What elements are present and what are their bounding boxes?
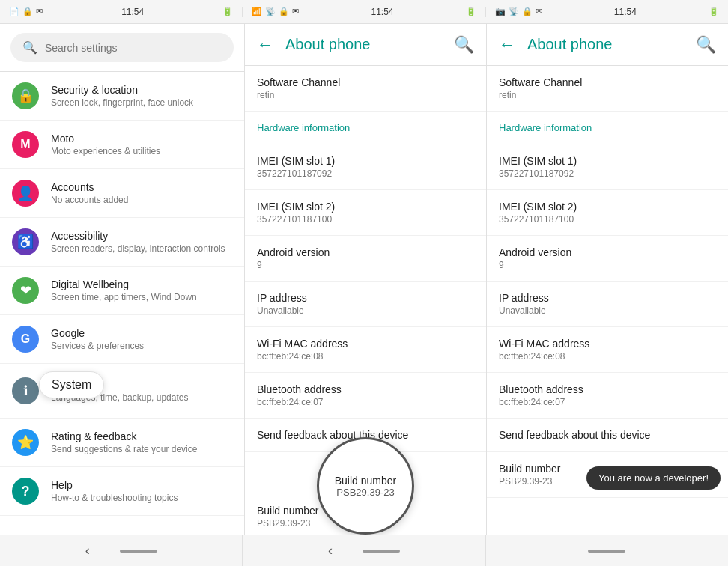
rating-text: Rating & feedback Send suggestions & rat…: [51, 430, 232, 454]
battery-icon-right: 🔋: [709, 7, 719, 16]
rating-title: Rating & feedback: [51, 430, 232, 442]
security-title: Security & location: [51, 84, 232, 96]
about-item-imei2[interactable]: IMEI (SIM slot 2) 357227101187100: [245, 190, 486, 236]
settings-list: 🔒 Security & location Screen lock, finge…: [0, 72, 244, 535]
search-input[interactable]: [45, 42, 222, 54]
accessibility-title: Accessibility: [51, 230, 232, 242]
accounts-title: Accounts: [51, 181, 232, 193]
main-content: 🔍 🔒 Security & location Screen lock, fin…: [0, 24, 728, 535]
status-bar: 📄 🔒 ✉ 11:54 🔋 📶 📡 🔒 ✉ 11:54 🔋 📷 📡 🔒 ✉ 11…: [0, 0, 728, 24]
about-item-android-version-r[interactable]: Android version 9: [487, 236, 728, 282]
about-item-bluetooth[interactable]: Bluetooth address bc:ff:eb:24:ce:07: [245, 373, 486, 419]
search-input-wrapper[interactable]: 🔍: [10, 33, 234, 62]
about-item-ip[interactable]: IP address Unavailable: [245, 282, 486, 327]
about-item-android-version[interactable]: Android version 9: [245, 236, 486, 282]
sidebar-item-accessibility[interactable]: ♿ Accessibility Screen readers, display,…: [0, 218, 244, 267]
about-item-imei1[interactable]: IMEI (SIM slot 1) 357227101187092: [245, 144, 486, 190]
google-text: Google Services & preferences: [51, 327, 232, 351]
system-bubble: System: [39, 371, 104, 398]
sidebar-item-system[interactable]: System ℹ System Languages, time, backup,…: [0, 364, 244, 419]
digital-wellbeing-subtitle: Screen time, app timers, Wind Down: [51, 292, 232, 302]
google-title: Google: [51, 327, 232, 339]
sidebar-item-help[interactable]: ? Help How-to & troubleshooting topics: [0, 467, 244, 516]
status-bar-right: 📷 📡 🔒 ✉ 11:54 🔋: [486, 7, 728, 17]
settings-panel: 🔍 🔒 Security & location Screen lock, fin…: [0, 24, 245, 535]
accessibility-text: Accessibility Screen readers, display, i…: [51, 230, 232, 254]
search-button-right[interactable]: 🔍: [696, 35, 716, 55]
about-panel-right: ← About phone 🔍 Software Channel retin H…: [487, 24, 728, 535]
lock-icon-r: 🔒: [522, 7, 533, 16]
system-icon: ℹ: [12, 377, 39, 404]
about-item-wifi[interactable]: Wi-Fi MAC address bc:ff:eb:24:ce:08: [245, 327, 486, 373]
nav-back-left[interactable]: ‹: [85, 543, 90, 559]
about-item-software-channel-r[interactable]: Software Channel retin: [487, 66, 728, 112]
accounts-text: Accounts No accounts added: [51, 181, 232, 205]
about-title-right: About phone: [527, 36, 684, 53]
about-item-feedback-r[interactable]: Send feedback about this device: [487, 419, 728, 452]
back-button-right[interactable]: ←: [499, 35, 515, 55]
file-icon: 📄: [9, 7, 19, 16]
nav-pill-left: [120, 550, 157, 553]
sidebar-item-rating[interactable]: ⭐ Rating & feedback Send suggestions & r…: [0, 419, 244, 467]
sidebar-item-moto[interactable]: M Moto Moto experiences & utilities: [0, 121, 244, 169]
status-icons-left: 📄 🔒 ✉: [9, 7, 43, 16]
nav-back-middle[interactable]: ‹: [328, 543, 333, 559]
status-time-left: 11:54: [121, 7, 144, 17]
status-icons-right: 📷 📡 🔒 ✉: [495, 7, 542, 16]
help-text: Help How-to & troubleshooting topics: [51, 479, 232, 503]
moto-text: Moto Moto experiences & utilities: [51, 133, 232, 156]
nav-bar: ‹ ‹: [0, 535, 728, 566]
camera-icon: 📷: [495, 7, 506, 16]
about-header-right: ← About phone 🔍: [487, 24, 728, 66]
accessibility-subtitle: Screen readers, display, interaction con…: [51, 243, 232, 254]
accounts-icon: 👤: [12, 180, 39, 207]
sidebar-item-google[interactable]: G Google Services & preferences: [0, 315, 244, 364]
about-item-imei2-r[interactable]: IMEI (SIM slot 2) 357227101187100: [487, 190, 728, 236]
battery-icon-left: 🔋: [222, 7, 233, 16]
status-bar-left: 📄 🔒 ✉ 11:54 🔋: [0, 7, 243, 17]
digital-wellbeing-icon: ❤: [12, 277, 39, 304]
about-item-imei1-r[interactable]: IMEI (SIM slot 1) 357227101187092: [487, 144, 728, 190]
about-list-right: Software Channel retin Hardware informat…: [487, 66, 728, 535]
nav-pill-middle: [363, 550, 400, 553]
about-title-middle: About phone: [285, 36, 442, 53]
about-item-hardware-info: Hardware information: [245, 112, 486, 144]
data-icon-r: 📡: [509, 7, 519, 16]
status-time-right: 11:54: [614, 7, 637, 17]
sidebar-item-security[interactable]: 🔒 Security & location Screen lock, finge…: [0, 72, 244, 121]
about-item-build[interactable]: Build number PSB29.39-23 Build number PS…: [245, 452, 486, 535]
help-subtitle: How-to & troubleshooting topics: [51, 493, 232, 503]
about-item-ip-r[interactable]: IP address Unavailable: [487, 282, 728, 327]
accessibility-icon: ♿: [12, 228, 39, 255]
sidebar-item-accounts[interactable]: 👤 Accounts No accounts added: [0, 169, 244, 218]
about-item-bluetooth-r[interactable]: Bluetooth address bc:ff:eb:24:ce:07: [487, 373, 728, 419]
nav-section-right: [486, 535, 728, 566]
help-title: Help: [51, 479, 232, 491]
digital-wellbeing-title: Digital Wellbeing: [51, 279, 232, 290]
lock-icon-m: 🔒: [279, 7, 289, 16]
about-item-wifi-r[interactable]: Wi-Fi MAC address bc:ff:eb:24:ce:08: [487, 327, 728, 373]
battery-icon-middle: 🔋: [466, 7, 476, 16]
about-item-software-channel[interactable]: Software Channel retin: [245, 66, 486, 112]
digital-wellbeing-text: Digital Wellbeing Screen time, app timer…: [51, 279, 232, 302]
status-time-middle: 11:54: [371, 7, 393, 17]
message-icon: ✉: [36, 7, 43, 16]
status-icons-middle: 📶 📡 🔒 ✉: [252, 7, 299, 16]
google-icon: G: [12, 326, 39, 353]
accounts-subtitle: No accounts added: [51, 195, 232, 205]
search-bar-container: 🔍: [0, 24, 244, 72]
about-header-middle: ← About phone 🔍: [245, 24, 486, 66]
toast-notification: You are now a developer!: [586, 466, 721, 490]
search-button-middle[interactable]: 🔍: [454, 35, 474, 55]
back-button-middle[interactable]: ←: [257, 35, 273, 55]
sidebar-item-digital-wellbeing[interactable]: ❤ Digital Wellbeing Screen time, app tim…: [0, 267, 244, 315]
about-list-middle: Software Channel retin Hardware informat…: [245, 66, 486, 535]
about-panel-middle: ← About phone 🔍 Software Channel retin H…: [245, 24, 487, 535]
security-icon: 🔒: [12, 82, 39, 109]
rating-icon: ⭐: [12, 429, 39, 456]
nav-pill-right: [588, 550, 625, 553]
message-icon-m: ✉: [292, 7, 299, 16]
lock-icon: 🔒: [22, 7, 33, 16]
build-number-circle-overlay: Build number PSB29.39-23: [317, 437, 414, 535]
security-text: Security & location Screen lock, fingerp…: [51, 84, 232, 108]
